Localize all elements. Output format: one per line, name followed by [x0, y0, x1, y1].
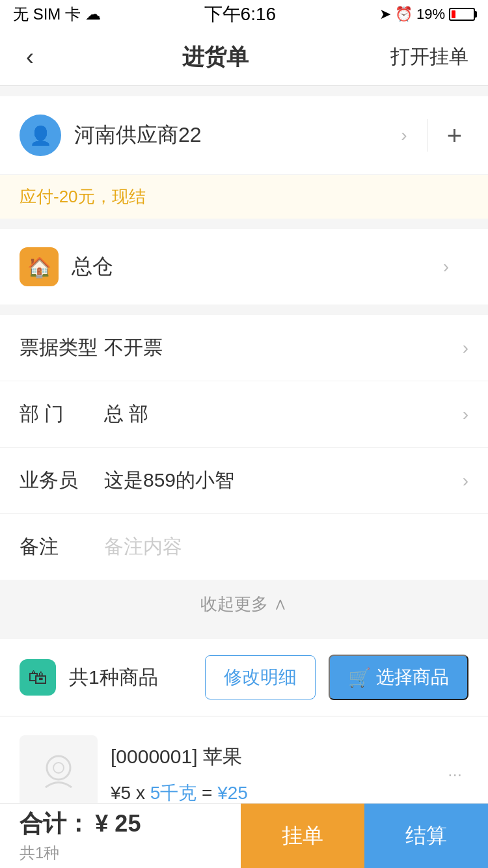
modify-detail-button[interactable]: 修改明细	[205, 655, 316, 699]
notice-bar: 应付-20元，现结	[0, 175, 488, 219]
bottom-bar: 合计： ¥ 25 共1种 挂单 结算	[0, 803, 488, 868]
product-header: 🛍 共1种商品 修改明细 🛒 选择商品	[0, 639, 488, 716]
location-icon: ➤	[379, 6, 391, 23]
total-count: 共1种	[20, 843, 221, 863]
salesperson-row[interactable]: 业务员 这是859的小智 ›	[0, 448, 488, 514]
product-more-button[interactable]: ···	[441, 758, 468, 791]
product-price-row: ¥5 x 5千克 = ¥25	[111, 781, 428, 806]
quantity: 5千克	[150, 783, 197, 803]
total-amount: ¥ 25	[95, 810, 141, 837]
department-chevron-icon: ›	[463, 404, 468, 425]
supplier-row: 👤 河南供应商22 › +	[0, 96, 488, 175]
form-card: 票据类型 不开票 › 部 门 总 部 › 业务员 这是859的小智 › 备注 备…	[0, 315, 488, 580]
product-info: [0000001] 苹果 ¥5 x 5千克 = ¥25	[111, 744, 428, 806]
product-title: 苹果	[203, 746, 242, 767]
open-hang-button[interactable]: 打开挂单	[390, 44, 468, 70]
back-button[interactable]: ‹	[20, 37, 40, 77]
status-left: 无 SIM 卡 ☁	[13, 4, 101, 25]
product-thumb-icon	[33, 748, 85, 800]
invoice-type-value: 不开票	[104, 334, 463, 361]
nav-bar: ‹ 进货单 打开挂单	[0, 29, 488, 86]
collapse-bar[interactable]: 收起更多 ∧	[0, 580, 488, 629]
multiply-sign: x	[136, 783, 150, 803]
department-row[interactable]: 部 门 总 部 ›	[0, 381, 488, 448]
status-bar: 无 SIM 卡 ☁ 下午6:16 ➤ ⏰ 19%	[0, 0, 488, 29]
supplier-name: 河南供应商22	[74, 121, 401, 150]
svg-point-0	[47, 756, 70, 780]
remark-label: 备注	[20, 534, 104, 560]
invoice-type-row[interactable]: 票据类型 不开票 ›	[0, 315, 488, 381]
remark-input[interactable]: 备注内容	[104, 534, 468, 560]
status-right: ➤ ⏰ 19%	[379, 6, 475, 23]
product-count-icon: 🛍	[20, 659, 56, 696]
invoice-type-label: 票据类型	[20, 334, 104, 361]
sim-status: 无 SIM 卡 ☁	[13, 4, 101, 25]
content: 👤 河南供应商22 › + 应付-20元，现结 🏠 总仓 › 票据类型 不开票 …	[0, 96, 488, 868]
supplier-chevron-icon: ›	[401, 125, 407, 146]
department-value: 总 部	[104, 401, 463, 427]
warehouse-icon: 🏠	[20, 247, 59, 286]
supplier-card: 👤 河南供应商22 › + 应付-20元，现结	[0, 96, 488, 219]
page-title: 进货单	[182, 42, 249, 72]
salesperson-chevron-icon: ›	[463, 470, 468, 491]
select-product-button[interactable]: 🛒 选择商品	[329, 655, 468, 700]
salesperson-value: 这是859的小智	[104, 467, 463, 494]
product-count-text: 共1种商品	[69, 664, 192, 691]
invoice-type-chevron-icon: ›	[463, 338, 468, 359]
product-thumbnail	[20, 735, 98, 813]
status-time: 下午6:16	[204, 2, 277, 27]
alarm-icon: ⏰	[395, 6, 413, 23]
warehouse-card[interactable]: 🏠 总仓 ›	[0, 229, 488, 305]
unit-price: ¥5	[111, 783, 131, 803]
total-section: 合计： ¥ 25 共1种	[0, 804, 241, 868]
equals-sign: =	[202, 783, 217, 803]
total-amount-row: 合计： ¥ 25	[20, 808, 221, 840]
avatar-icon: 👤	[29, 125, 52, 146]
vertical-divider	[427, 119, 427, 152]
remark-row[interactable]: 备注 备注内容	[0, 514, 488, 580]
warehouse-chevron-icon: ›	[443, 256, 449, 277]
bag-icon: 🛍	[28, 666, 47, 688]
hang-order-button[interactable]: 挂单	[241, 804, 364, 868]
salesperson-label: 业务员	[20, 467, 104, 494]
total-price: ¥25	[217, 783, 248, 803]
product-code: [0000001]	[111, 746, 197, 767]
add-supplier-button[interactable]: +	[441, 121, 468, 150]
total-label: 合计：	[20, 810, 90, 837]
select-product-icon: 🛒	[348, 667, 371, 688]
svg-point-1	[53, 763, 64, 773]
supplier-avatar: 👤	[20, 115, 61, 156]
product-name: [0000001] 苹果	[111, 744, 428, 770]
battery-icon	[449, 8, 475, 21]
select-product-label: 选择商品	[376, 665, 449, 690]
department-label: 部 门	[20, 401, 104, 427]
battery-percent: 19%	[416, 6, 445, 23]
warehouse-name: 总仓	[72, 252, 443, 281]
checkout-button[interactable]: 结算	[364, 804, 488, 868]
